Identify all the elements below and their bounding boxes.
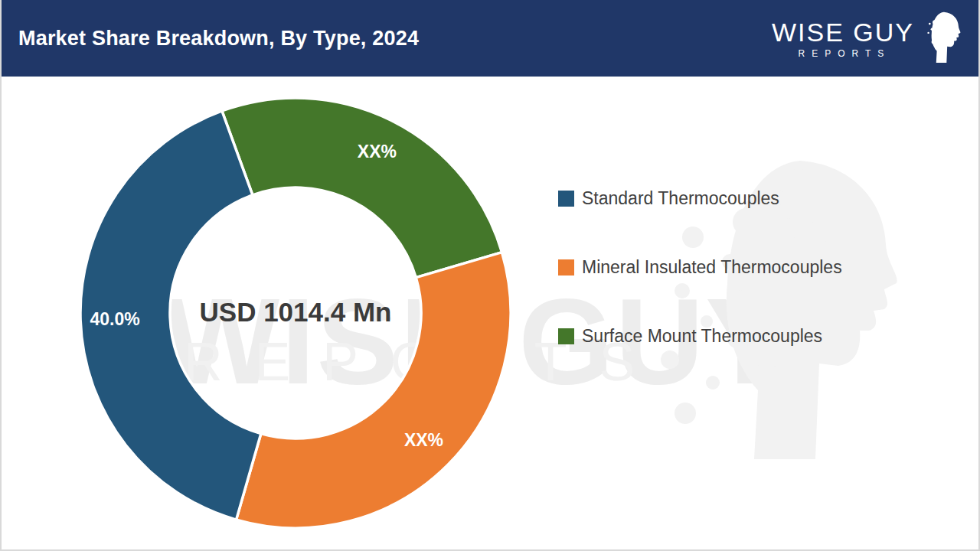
- legend-label-surface-mount: Surface Mount Thermocouples: [582, 326, 822, 347]
- brand-name: WISE GUY: [772, 19, 914, 45]
- brand-logo-text: WISE GUY REPORTS: [772, 19, 914, 58]
- legend-item-standard: Standard Thermocouples: [558, 190, 842, 207]
- chart-legend: Standard Thermocouples Mineral Insulated…: [558, 190, 842, 396]
- header-bar: Market Share Breakdown, By Type, 2024 WI…: [0, 0, 980, 77]
- legend-swatch-standard: [558, 191, 574, 207]
- donut-segment-2: [222, 98, 502, 278]
- brand-subname: REPORTS: [795, 49, 891, 58]
- center-value-label: USD 1014.4 Mn: [200, 297, 392, 328]
- wiseguy-face-icon: [916, 7, 963, 70]
- legend-label-mineral-insulated: Mineral Insulated Thermocouples: [582, 257, 842, 278]
- brand-logo: WISE GUY REPORTS: [772, 7, 963, 70]
- infographic-frame: Market Share Breakdown, By Type, 2024 WI…: [0, 0, 980, 551]
- legend-swatch-mineral-insulated: [558, 259, 574, 276]
- page-title: Market Share Breakdown, By Type, 2024: [18, 27, 419, 51]
- legend-swatch-surface-mount: [558, 328, 574, 344]
- slice-label-1: XX%: [404, 430, 443, 450]
- chart-area: WISE GUY REPORTS XX%XX%40.0%: [2, 77, 978, 549]
- legend-label-standard: Standard Thermocouples: [582, 188, 779, 209]
- legend-item-mineral-insulated: Mineral Insulated Thermocouples: [558, 259, 842, 276]
- legend-item-surface-mount: Surface Mount Thermocouples: [558, 328, 842, 344]
- donut-segment-1: [237, 253, 511, 528]
- slice-label-0: 40.0%: [90, 309, 140, 329]
- slice-label-2: XX%: [358, 142, 397, 161]
